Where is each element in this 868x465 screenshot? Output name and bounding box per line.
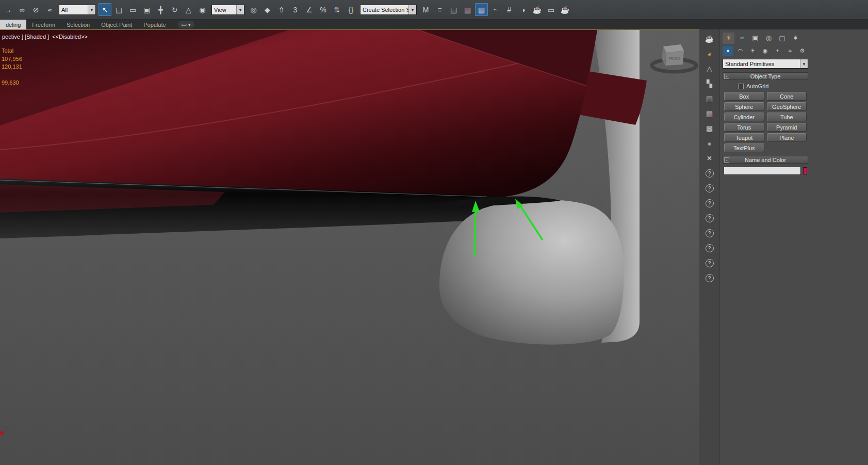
help-icon[interactable]: ? — [706, 214, 714, 222]
chevron-down-icon[interactable]: ▾ — [408, 5, 416, 14]
help-icon[interactable]: ? — [706, 244, 714, 252]
category-lights-icon[interactable]: ☀ — [747, 46, 758, 56]
selection-filter-dropdown[interactable]: All ▾ — [59, 5, 96, 15]
category-shapes-icon[interactable]: ◠ — [735, 46, 746, 56]
mirror-icon[interactable]: M — [419, 3, 432, 16]
chevron-down-icon[interactable]: ▾ — [800, 59, 808, 68]
ribbon-tab-freeform[interactable]: Freeform — [26, 20, 61, 29]
primitive-button[interactable]: Plane — [767, 133, 807, 142]
perspective-viewport[interactable]: FRONT pective ] [Shaded ] <<Disabled>> T… — [0, 29, 699, 465]
primitive-button[interactable]: Cone — [767, 92, 807, 101]
tab-create-icon[interactable]: ☀ — [723, 33, 734, 44]
name-and-color-rollout-header[interactable]: - Name and Color — [723, 156, 808, 164]
named-selection-set-dropdown[interactable]: Create Selection Se ▾ — [360, 5, 417, 15]
rectangular-selection-region-icon[interactable]: ▭ — [126, 3, 139, 16]
cube-stack-icon[interactable]: ▦ — [703, 107, 716, 120]
primitive-button[interactable]: Pyramid — [767, 123, 807, 132]
category-systems-icon[interactable]: ⚙ — [797, 46, 808, 56]
render-setup-icon[interactable]: ☕ — [531, 3, 544, 16]
category-space-warps-icon[interactable]: ≈ — [784, 46, 795, 56]
chevron-down-icon[interactable]: ▾ — [88, 5, 95, 14]
autogrid-checkbox[interactable] — [738, 84, 744, 89]
object-type-rollout-header[interactable]: - Object Type — [723, 72, 808, 80]
category-cameras-icon[interactable]: ◉ — [760, 46, 771, 56]
rollout-title: Name and Color — [723, 157, 808, 163]
category-geometry-icon[interactable]: ● — [723, 46, 733, 56]
window-crossing-toggle-icon[interactable]: ▣ — [140, 3, 153, 16]
help-icon[interactable]: ? — [706, 184, 714, 193]
help-icon[interactable]: ? — [706, 274, 714, 282]
reference-coordinate-dropdown[interactable]: View ▾ — [211, 5, 244, 15]
select-object-icon[interactable]: ↖ — [99, 3, 111, 16]
ribbon-tab-object-paint[interactable]: Object Paint — [95, 20, 138, 29]
select-and-scale-icon[interactable]: △ — [182, 3, 195, 16]
object-color-swatch[interactable] — [803, 167, 807, 174]
chevron-down-icon[interactable]: ▾ — [236, 5, 244, 14]
ribbon-overflow-button[interactable]: ▭ ▾ — [178, 21, 194, 28]
angle-snap-icon[interactable]: ∠ — [303, 3, 316, 16]
rendered-frame-window-icon[interactable]: ▭ — [545, 3, 558, 16]
category-helpers-icon[interactable]: + — [772, 46, 783, 56]
checker-map-icon[interactable]: ▚ — [703, 77, 716, 90]
tab-display-icon[interactable]: ▢ — [776, 33, 788, 44]
unlink-selection-icon[interactable]: ⊘ — [29, 3, 42, 16]
bind-to-space-warp-icon[interactable]: ≈ — [43, 3, 56, 16]
tab-motion-icon[interactable]: ◎ — [763, 33, 775, 44]
close-icon[interactable]: × — [703, 152, 716, 165]
scene-explorer-icon[interactable]: ▦ — [461, 3, 474, 16]
panel-empty-area — [811, 29, 868, 465]
toggle-ribbon-icon[interactable]: ▦ — [475, 3, 488, 16]
object-name-input[interactable] — [724, 167, 801, 175]
viewport-canvas[interactable]: FRONT — [0, 30, 699, 465]
schematic-view-icon[interactable]: # — [503, 3, 516, 16]
help-icon[interactable]: ? — [706, 259, 714, 267]
viewport-label[interactable]: pective ] [Shaded ] <<Disabled>> — [2, 34, 88, 40]
select-and-link-icon[interactable]: ∞ — [15, 3, 28, 16]
tab-modify-icon[interactable]: ≈ — [736, 33, 748, 44]
ribbon-tab-populate[interactable]: Populate — [138, 20, 171, 29]
pattern-icon[interactable]: ▩ — [703, 122, 716, 135]
primitive-button[interactable]: TextPlus — [724, 143, 764, 152]
tab-utilities-icon[interactable]: ✶ — [790, 33, 801, 44]
primitive-button[interactable]: Teapot — [724, 133, 764, 142]
primitive-type-dropdown[interactable]: Standard Primitives ▾ — [723, 59, 808, 69]
primitive-button[interactable]: Box — [724, 92, 764, 101]
primitive-button[interactable]: Torus — [724, 123, 764, 132]
select-and-manipulate-icon[interactable]: ◆ — [261, 3, 274, 16]
primitive-button[interactable]: Sphere — [724, 102, 764, 111]
keyboard-shortcut-override-icon[interactable]: ⇧ — [275, 3, 288, 16]
3ds-max-window: →∞⊘≈ All ▾ ↖▤▭▣╋↻△◉ View ▾ ◎◆⇧3∠%⇅{} Cre… — [0, 0, 868, 465]
snap-toggle-3d-icon[interactable]: 3 — [289, 3, 302, 16]
layer-explorer-icon[interactable]: ▤ — [447, 3, 460, 16]
named-selection-sets-icon[interactable]: {} — [345, 3, 357, 16]
curve-editor-icon[interactable]: ~ — [489, 3, 502, 16]
layer-stack-icon[interactable]: ▤ — [703, 92, 716, 105]
primitive-button[interactable]: Cylinder — [724, 113, 764, 121]
primitive-button[interactable]: Tube — [767, 113, 807, 121]
annotation-arrow-left — [474, 209, 476, 256]
select-and-move-icon[interactable]: ╋ — [154, 3, 167, 16]
align-icon[interactable]: ≡ — [433, 3, 446, 16]
use-pivot-point-center-icon[interactable]: ◎ — [247, 3, 260, 16]
collapse-icon[interactable]: - — [724, 157, 729, 163]
ribbon-tab-selection[interactable]: Selection — [61, 20, 95, 29]
help-icon[interactable]: ? — [706, 199, 714, 207]
render-teapot-icon[interactable]: ☕ — [703, 33, 716, 45]
render-production-icon[interactable]: ☕ — [559, 3, 571, 16]
percent-snap-icon[interactable]: % — [317, 3, 330, 16]
help-icon[interactable]: ? — [706, 169, 714, 178]
select-by-name-icon[interactable]: ▤ — [112, 3, 125, 16]
select-and-rotate-icon[interactable]: ↻ — [168, 3, 181, 16]
redo-arrow-icon[interactable]: → — [2, 3, 14, 16]
select-and-place-icon[interactable]: ◉ — [196, 3, 209, 16]
help-icon[interactable]: ? — [706, 229, 714, 237]
collapse-icon[interactable]: - — [724, 74, 729, 79]
ribbon-tab-modeling[interactable]: deling — [0, 20, 26, 29]
tab-hierarchy-icon[interactable]: ▣ — [749, 33, 761, 44]
spinner-snap-icon[interactable]: ⇅ — [331, 3, 343, 16]
measure-icon[interactable]: △ — [703, 62, 716, 75]
paint-bucket-icon[interactable]: ◕ — [703, 47, 716, 60]
primitive-button[interactable]: GeoSphere — [767, 102, 807, 111]
material-editor-icon[interactable]: ◑ — [517, 3, 530, 16]
sphere-icon[interactable]: ● — [703, 137, 716, 150]
